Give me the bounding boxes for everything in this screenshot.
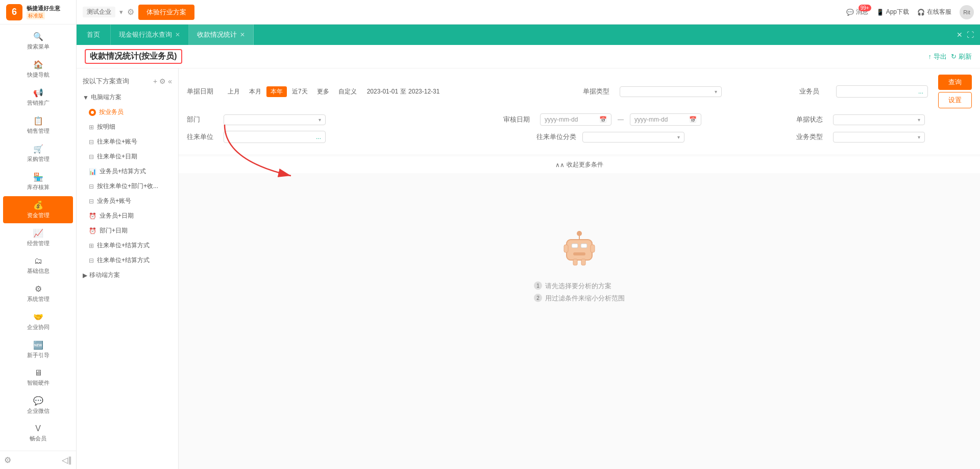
filter-row-1: 单据日期 上月 本月 本年 近7天 更多 自定义 2023-01-01 至 20…: [187, 75, 972, 108]
set-button[interactable]: 设置: [938, 92, 972, 108]
partner-selector[interactable]: ...: [224, 131, 326, 143]
collapse-bar: ∧∧ 收起更多条件: [179, 156, 980, 173]
collapse-panel-btn[interactable]: «: [168, 77, 172, 85]
dept-label: 部门: [187, 115, 217, 124]
tab-collection-stats[interactable]: 收款情况统计 ✕: [189, 25, 254, 45]
main-area: 测试企业 ▾ ⚙ 体验行业方案 💬 消息 99+ 📱 App下载 🎧 在线客服 …: [77, 0, 980, 469]
date-btn-lastmonth[interactable]: 上月: [224, 86, 244, 97]
sidebar-item-operations[interactable]: 📈 经营管理: [3, 224, 73, 251]
empty-tip-2: 2 用过滤条件来缩小分析范围: [534, 294, 625, 303]
date-btn-custom[interactable]: 自定义: [334, 86, 361, 97]
scheme-item-detail[interactable]: ⊞ 按明细: [77, 120, 178, 134]
topbar-messages[interactable]: 💬 消息 99+: [846, 8, 868, 16]
sidebar-item-inventory[interactable]: 🏪 库存核算: [3, 168, 73, 195]
scheme-item-partner-account[interactable]: ⊟ 往来单位+账号: [77, 134, 178, 149]
biz-type-selector[interactable]: ▾: [833, 132, 925, 143]
messages-badge: 99+: [859, 5, 871, 11]
app-icon: 📱: [876, 9, 884, 16]
tab-close-window-btn[interactable]: ✕: [957, 31, 963, 39]
partner-class-selector[interactable]: ▾: [582, 132, 684, 143]
topbar-online-service[interactable]: 🎧 在线客服: [917, 8, 951, 16]
partner-more-icon[interactable]: ...: [316, 133, 321, 140]
topbar-gear-icon[interactable]: ⚙: [127, 7, 134, 17]
tab-bank-flow[interactable]: 现金银行流水查询 ✕: [111, 25, 189, 45]
scheme-item-staff[interactable]: 按业务员: [77, 105, 178, 120]
date-btn-thisyear[interactable]: 本年: [266, 86, 287, 97]
sidebar-item-marketing[interactable]: 📢 营销推广: [3, 84, 73, 111]
sidebar-bottom: ⚙ ◁∥: [0, 451, 76, 469]
export-button[interactable]: ↑ 导出: [928, 52, 947, 61]
calendar-to-icon: 📅: [689, 116, 697, 123]
doctype-arrow-icon: ▾: [715, 89, 717, 95]
collapse-sidebar-btn[interactable]: ◁∥: [62, 455, 72, 465]
logo-text: 畅捷通好生意 标准版: [27, 5, 60, 19]
settings-bottom-icon[interactable]: ⚙: [4, 455, 11, 465]
trial-button[interactable]: 体验行业方案: [138, 5, 194, 20]
doc-status-selector[interactable]: ▾: [833, 114, 925, 125]
topbar-dropdown-icon[interactable]: ▾: [119, 8, 123, 16]
topbar-app-download[interactable]: 📱 App下载: [876, 8, 909, 16]
dept-selector[interactable]: ▾: [224, 114, 326, 125]
refresh-button[interactable]: ↻ 刷新: [951, 52, 972, 61]
sidebar-item-hardware[interactable]: 🖥 智能硬件: [3, 364, 73, 391]
tab-home[interactable]: 首页: [77, 25, 111, 45]
scheme-item-partner-settle1[interactable]: ⊞ 往来单位+结算方式: [77, 238, 178, 253]
scheme-item-staff-account[interactable]: ⊟ 业务员+账号: [77, 194, 178, 208]
tab-maximize-btn[interactable]: ⛶: [967, 31, 974, 39]
scheme-item-staff-date[interactable]: ⏰ 业务员+日期: [77, 208, 178, 223]
sidebar-item-purchase[interactable]: 🛒 采购管理: [3, 140, 73, 167]
desktop-group-title[interactable]: ▼ 电脑端方案: [77, 90, 178, 105]
doc-status-label: 单据状态: [796, 115, 827, 124]
collapse-filter-btn[interactable]: ∧∧ 收起更多条件: [555, 160, 603, 169]
filter-section: 单据日期 上月 本月 本年 近7天 更多 自定义 2023-01-01 至 20…: [179, 68, 980, 154]
sidebar-item-guide[interactable]: 🆕 新手引导: [3, 336, 73, 363]
purchase-icon: 🛒: [33, 144, 43, 154]
audit-date-from[interactable]: yyyy-mm-dd 📅: [540, 113, 611, 126]
sidebar-item-corp[interactable]: 🤝 企业协同: [3, 308, 73, 335]
logo-area: 6 畅捷通好生意 标准版: [0, 0, 76, 25]
empty-tips-list: 1 请先选择要分析的方案 2 用过滤条件来缩小分析范围: [534, 282, 625, 306]
date-range-display: 2023-01-01 至 2023-12-31: [367, 87, 440, 96]
setting-scheme-btn[interactable]: ⚙: [159, 77, 166, 85]
topbar: 测试企业 ▾ ⚙ 体验行业方案 💬 消息 99+ 📱 App下载 🎧 在线客服 …: [77, 0, 980, 25]
staff-settle-icon: 📊: [89, 168, 96, 175]
date-quick-btns: 上月 本月 本年 近7天 更多 自定义: [224, 86, 361, 97]
scheme-item-partner-settle2[interactable]: ⊟ 往来单位+结算方式: [77, 253, 178, 268]
sidebar-item-member[interactable]: V 畅会员: [3, 420, 73, 447]
staff-selector[interactable]: ...: [836, 85, 928, 98]
sidebar-item-quicknav[interactable]: 🏠 快捷导航: [3, 56, 73, 83]
left-panel: 按以下方案查询 + ⚙ « ▼ 电脑端方案 按业务员 ⊞: [77, 68, 179, 469]
right-panel: 单据日期 上月 本月 本年 近7天 更多 自定义 2023-01-01 至 20…: [179, 68, 980, 469]
search-icon: 🔍: [33, 32, 43, 41]
date-btn-more[interactable]: 更多: [313, 86, 333, 97]
date-btn-7days[interactable]: 近7天: [288, 86, 312, 97]
scheme-item-partner-date[interactable]: ⊟ 往来单位+日期: [77, 149, 178, 164]
tab-close-bank-flow[interactable]: ✕: [175, 31, 180, 38]
refresh-icon: ↻: [951, 53, 957, 60]
scheme-item-partner-dept[interactable]: ⊟ 按往来单位+部门+收...: [77, 179, 178, 194]
query-button[interactable]: 查询: [938, 75, 972, 90]
topbar-avatar[interactable]: Rit: [960, 5, 974, 19]
audit-date-to[interactable]: yyyy-mm-dd 📅: [630, 113, 701, 126]
sidebar-item-search[interactable]: 🔍 搜索菜单: [3, 28, 73, 55]
add-scheme-btn[interactable]: +: [153, 77, 157, 85]
partner-settle2-icon: ⊟: [89, 257, 94, 264]
date-btn-thismonth[interactable]: 本月: [245, 86, 265, 97]
sidebar-item-basic[interactable]: 🗂 基础信息: [3, 252, 73, 279]
panel-title: 按以下方案查询: [83, 77, 129, 86]
doctype-selector[interactable]: ▾: [620, 86, 722, 97]
staff-more-icon[interactable]: ...: [918, 88, 923, 95]
svg-rect-1: [572, 244, 578, 248]
partner-class-arrow-icon: ▾: [677, 134, 680, 140]
sidebar-item-wechat[interactable]: 💬 企业微信: [3, 392, 73, 419]
sidebar-item-system[interactable]: ⚙ 系统管理: [3, 280, 73, 307]
sidebar-item-finance[interactable]: 💰 资金管理: [3, 196, 73, 223]
scheme-item-staff-settle[interactable]: 📊 业务员+结算方式: [77, 164, 178, 179]
svg-rect-5: [591, 245, 595, 252]
mobile-group-title[interactable]: ▶ 移动端方案: [77, 268, 178, 283]
active-indicator: [89, 109, 96, 116]
sidebar-item-sales[interactable]: 📋 销售管理: [3, 112, 73, 139]
scheme-item-dept-date[interactable]: ⏰ 部门+日期: [77, 223, 178, 238]
tab-close-collection[interactable]: ✕: [240, 31, 245, 38]
partner-account-icon: ⊟: [89, 138, 94, 146]
